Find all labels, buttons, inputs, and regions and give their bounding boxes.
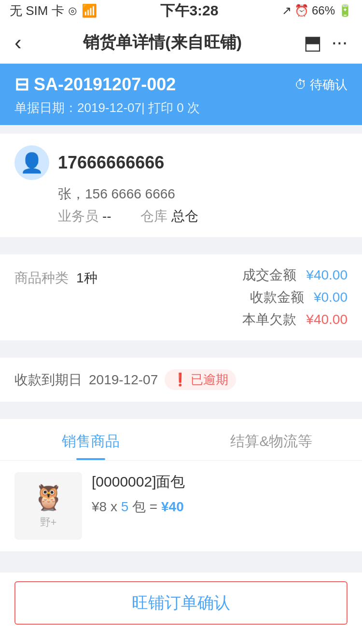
- location-icon: ↗: [282, 4, 292, 17]
- price-unit: ¥8: [92, 499, 107, 514]
- product-name: [0000002]面包: [92, 472, 185, 492]
- tab-settlement[interactable]: 结算&物流等: [181, 419, 362, 460]
- confirm-button[interactable]: 旺铺订单确认: [14, 581, 348, 625]
- status-bar: 无 SIM 卡 ⊙ 📶 下午3:28 ↗ ⏰ 66% 🔋: [0, 0, 362, 21]
- due-label: 收款到期日: [14, 371, 82, 389]
- stats-section: 商品种类 1种 成交金额 ¥40.00 收款金额 ¥0.00 本单欠款 ¥40.…: [0, 254, 362, 340]
- order-status: ⏱ 待确认: [294, 76, 348, 93]
- debt-label: 本单欠款: [242, 310, 296, 329]
- overdue-icon: ❗: [172, 372, 188, 387]
- product-thumbnail: 🦉 野+: [14, 472, 82, 540]
- warehouse-label: 仓库: [140, 207, 167, 225]
- page-title: 销货单详情(来自旺铺): [83, 31, 242, 54]
- divider-2: [0, 340, 362, 349]
- product-code: [0000002]: [92, 474, 156, 490]
- sales-meta: 业务员 --: [58, 207, 111, 225]
- overdue-text: 已逾期: [191, 371, 228, 388]
- product-thumb-icon: 🦉: [33, 483, 64, 512]
- confirm-bar: 旺铺订单确认: [0, 573, 362, 644]
- order-id-text: SA-20191207-002: [34, 74, 176, 95]
- amount-label: 成交金额: [242, 266, 296, 284]
- customer-section: 👤 17666666666 张，156 6666 6666 业务员 -- 仓库 …: [0, 134, 362, 237]
- type-label: 商品种类: [14, 269, 69, 287]
- status-left: 无 SIM 卡 ⊙ 📶: [10, 2, 97, 19]
- alarm-icon: ⏰: [294, 4, 309, 17]
- debt-value: ¥40.00: [306, 312, 348, 327]
- customer-phone: 17666666666: [58, 153, 164, 173]
- product-title: 面包: [156, 474, 185, 490]
- order-header: ⊟ SA-20191207-002 ⏱ 待确认 单据日期：2019-12-07|…: [0, 64, 362, 125]
- product-price: ¥8 x 5 包 = ¥40: [92, 498, 185, 516]
- due-date: 2019-12-07: [89, 372, 158, 388]
- customer-detail: 张，156 6666 6666: [58, 185, 348, 203]
- overdue-badge: ❗ 已逾期: [165, 369, 236, 390]
- battery-percent: 66%: [312, 4, 335, 17]
- divider-1: [0, 237, 362, 246]
- amount-value: ¥40.00: [306, 267, 348, 283]
- tabs-section: 销售商品 结算&物流等: [0, 419, 362, 461]
- sim-status: 无 SIM 卡 ⊙: [10, 2, 78, 19]
- customer-meta: 业务员 -- 仓库 总仓: [58, 207, 348, 225]
- order-date: 单据日期：2019-12-07| 打印 0 次: [14, 99, 348, 116]
- sales-label: 业务员: [58, 207, 98, 225]
- divider-3: [0, 402, 362, 410]
- warehouse-value: 总仓: [171, 207, 198, 225]
- product-info: [0000002]面包 ¥8 x 5 包 = ¥40: [92, 472, 185, 540]
- equals-sign: =: [150, 499, 157, 514]
- tab-sales[interactable]: 销售商品: [0, 419, 181, 460]
- product-section: 🦉 野+ [0000002]面包 ¥8 x 5 包 = ¥40: [0, 461, 362, 551]
- status-clock-icon: ⏱: [294, 77, 307, 92]
- status-time: 下午3:28: [160, 1, 218, 21]
- status-right: ↗ ⏰ 66% 🔋: [282, 4, 352, 17]
- share-button[interactable]: ⬒: [304, 31, 322, 54]
- product-thumb-plus: 野+: [40, 515, 57, 530]
- amount-row: 成交金额 ¥40.00: [242, 266, 348, 284]
- sales-value: --: [102, 209, 111, 224]
- nav-icons: ⬒ ···: [304, 31, 348, 54]
- status-label: 待确认: [310, 76, 348, 93]
- product-type: 商品种类 1种: [14, 266, 97, 287]
- order-id-icon: ⊟: [14, 74, 29, 95]
- back-button[interactable]: ‹: [14, 30, 22, 55]
- more-button[interactable]: ···: [332, 31, 348, 53]
- amount-stats: 成交金额 ¥40.00 收款金额 ¥0.00 本单欠款 ¥40.00: [242, 266, 348, 329]
- warehouse-meta: 仓库 总仓: [140, 207, 198, 225]
- wifi-icon: 📶: [82, 3, 97, 18]
- nav-bar: ‹ 销货单详情(来自旺铺) ⬒ ···: [0, 21, 362, 64]
- due-section: 收款到期日 2019-12-07 ❗ 已逾期: [0, 358, 362, 402]
- debt-row: 本单欠款 ¥40.00: [242, 310, 348, 329]
- received-value: ¥0.00: [314, 290, 348, 305]
- product-total: ¥40: [161, 499, 184, 514]
- received-row: 收款金额 ¥0.00: [250, 288, 348, 307]
- multiply-sign: x: [111, 499, 117, 514]
- avatar-icon: 👤: [20, 152, 44, 174]
- avatar: 👤: [14, 145, 49, 180]
- product-qty: 5: [121, 499, 129, 514]
- battery-icon: 🔋: [338, 4, 352, 17]
- type-value: 1种: [76, 269, 97, 287]
- received-label: 收款金额: [250, 288, 304, 307]
- order-id: ⊟ SA-20191207-002: [14, 74, 176, 95]
- product-unit: 包: [132, 499, 146, 514]
